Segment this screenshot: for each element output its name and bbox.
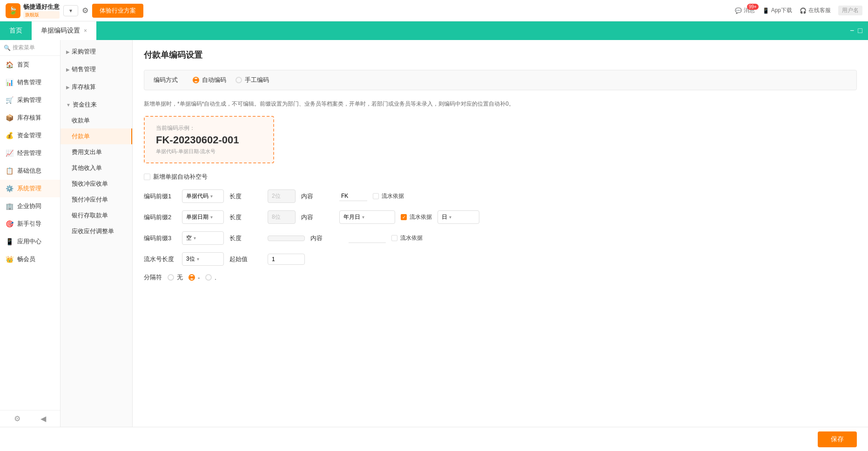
sub-group-sales-title[interactable]: ▶ 销售管理: [61, 61, 132, 77]
sidebar-item-purchase[interactable]: 🛒 采购管理: [0, 91, 60, 109]
content-area: 付款单编码设置 编码方式 自动编码 手工编码 新增单据时，*单据编码*自动生成，…: [133, 40, 868, 427]
sep-dot-label: .: [215, 274, 216, 281]
maximize-button[interactable]: □: [858, 27, 862, 35]
user-area[interactable]: 用户名: [838, 6, 862, 15]
sub-item-pre-receipt[interactable]: 预收冲应收单: [61, 176, 132, 192]
sub-item-adjustment[interactable]: 应收应付调整单: [61, 223, 132, 239]
trial-button[interactable]: 体验行业方案: [92, 4, 143, 18]
logo-icon: 🍃: [6, 3, 20, 18]
message-button[interactable]: 💬 消息 99+: [735, 7, 755, 14]
sub-sidebar: ▶ 采购管理 ▶ 销售管理 ▶ 库存核算 ▼ 资金往来 收款单 付款单 费用支出…: [61, 40, 133, 427]
sub-group-purchase-title[interactable]: ▶ 采购管理: [61, 44, 132, 60]
content2-select[interactable]: 年月日 ▾: [339, 210, 395, 224]
topbar: 🍃 畅捷通好生意 旗舰版 ▾ ⚙ 体验行业方案 💬 消息 99+ 📱 App下载…: [0, 0, 868, 21]
manual-code-radio[interactable]: 手工编码: [236, 76, 269, 84]
topbar-right: 💬 消息 99+ 📱 App下载 🎧 在线客服 用户名: [735, 6, 862, 15]
operations-icon: 📈: [6, 149, 13, 157]
sep-dot-radio[interactable]: .: [205, 274, 216, 281]
sidebar-item-stock[interactable]: 📦 库存核算: [0, 109, 60, 127]
manual-code-circle: [236, 77, 242, 83]
sub-purchase-label: 采购管理: [72, 47, 96, 56]
sub-item-bank[interactable]: 银行存取款单: [61, 208, 132, 223]
preview-label: 当前编码示例：: [156, 124, 262, 132]
sidebar-item-member[interactable]: 👑 畅会员: [0, 250, 60, 268]
user-name: 用户名: [838, 6, 862, 15]
sep-dash-label: -: [198, 274, 200, 281]
content1-input[interactable]: [339, 191, 367, 201]
app-download-button[interactable]: 📱 App下载: [762, 7, 792, 14]
tab-home[interactable]: 首页: [0, 21, 32, 40]
waterfall-period-select[interactable]: 日 ▾: [437, 210, 479, 224]
member-icon: 👑: [6, 256, 13, 263]
collapse-button[interactable]: ◀: [40, 414, 46, 423]
sidebar-item-sales[interactable]: 📊 销售管理: [0, 74, 60, 91]
sub-arrow-icon4: ▼: [66, 102, 71, 108]
sidebar-item-system[interactable]: ⚙️ 系统管理: [0, 180, 60, 197]
waterfall1-cb-box: [373, 193, 379, 199]
system-icon: ⚙️: [6, 185, 13, 192]
sub-item-receipt[interactable]: 收款单: [61, 113, 132, 128]
search-menu[interactable]: 🔍 搜索菜单: [0, 40, 60, 56]
prefix3-row: 编码前缀3 空 ▾ 长度 内容 流水依据: [144, 231, 857, 245]
sidebar-item-basics[interactable]: 📋 基础信息: [0, 162, 60, 180]
sep-none-circle: [168, 274, 174, 281]
sidebar-item-operations[interactable]: 📈 经营管理: [0, 144, 60, 162]
waterfall1-checkbox[interactable]: 流水依据: [373, 192, 404, 200]
sidebar: 🔍 搜索菜单 🏠 首页 📊 销售管理 🛒 采购管理 📦 库存核算 💰 资金管理 …: [0, 40, 61, 427]
tab-encoding-settings[interactable]: 单据编码设置 ×: [32, 21, 96, 40]
serial-length-arrow-icon: ▾: [197, 256, 199, 262]
prefix3-select[interactable]: 空 ▾: [182, 231, 224, 245]
auto-code-radio[interactable]: 自动编码: [193, 76, 226, 84]
sidebar-item-appcenter[interactable]: 📱 应用中心: [0, 233, 60, 250]
serial-length-select[interactable]: 3位 ▾: [182, 252, 224, 266]
info-text: 新增单据时，*单据编码*自动生成，不可编辑。前缀设置为部门、业务员等档案类，开单…: [144, 100, 857, 108]
service-label: 在线客服: [808, 7, 831, 14]
gear-button[interactable]: ⚙: [82, 6, 88, 15]
waterfall3-checkbox[interactable]: 流水依据: [391, 234, 423, 242]
tab-close-icon[interactable]: ×: [84, 27, 87, 34]
sidebar-item-finance[interactable]: 💰 资金管理: [0, 127, 60, 144]
sub-group-capital-title[interactable]: ▼ 资金往来: [61, 97, 132, 113]
sidebar-home-label: 首页: [17, 61, 29, 69]
sep-dash-radio[interactable]: -: [188, 274, 200, 281]
separator-row: 分隔符 无 - .: [144, 273, 857, 282]
sub-item-payment[interactable]: 付款单: [61, 128, 132, 144]
dropdown-arrow-icon: ▾: [69, 7, 72, 14]
sidebar-item-guide[interactable]: 🎯 新手引导: [0, 215, 60, 233]
auto-code-label: 自动编码: [202, 76, 226, 84]
prefix2-select[interactable]: 单据日期 ▾: [182, 210, 224, 224]
length3-label: 长度: [229, 234, 262, 242]
save-button[interactable]: 保存: [818, 431, 857, 447]
message-badge: 99+: [747, 4, 759, 10]
online-service-button[interactable]: 🎧 在线客服: [800, 7, 831, 14]
serial-length-value: 3位: [186, 255, 195, 263]
dropdown-button[interactable]: ▾: [63, 5, 78, 16]
encoding-method-label: 编码方式: [154, 76, 178, 84]
minimize-button[interactable]: −: [850, 27, 854, 35]
prefix1-arrow-icon: ▾: [210, 194, 213, 199]
content1-label: 内容: [301, 192, 334, 201]
content2-label: 内容: [301, 213, 334, 222]
sub-arrow-icon: ▶: [66, 49, 70, 54]
start-value-input[interactable]: 1: [268, 254, 305, 265]
sub-item-expense[interactable]: 费用支出单: [61, 144, 132, 160]
sidebar-enterprise-label: 企业协同: [17, 202, 41, 210]
sep-none-radio[interactable]: 无: [168, 273, 183, 282]
window-buttons: − □: [850, 27, 868, 35]
logo-area: 🍃 畅捷通好生意 旗舰版: [6, 3, 60, 19]
waterfall2-checkbox[interactable]: ✓ 流水依据: [401, 213, 432, 221]
sub-item-other-income[interactable]: 其他收入单: [61, 160, 132, 176]
purchase-icon: 🛒: [6, 96, 13, 104]
settings-bottom-button[interactable]: ⚙: [14, 414, 20, 423]
content3-input[interactable]: [349, 233, 386, 243]
auto-fill-row[interactable]: 新增单据自动补空号: [144, 173, 857, 181]
auto-fill-label: 新增单据自动补空号: [153, 173, 208, 181]
sub-group-stock-title[interactable]: ▶ 库存核算: [61, 79, 132, 95]
sidebar-item-home[interactable]: 🏠 首页: [0, 56, 60, 74]
auto-fill-checkbox[interactable]: [144, 174, 150, 180]
prefix1-select[interactable]: 单据代码 ▾: [182, 189, 224, 203]
length1-input: 2位: [268, 189, 296, 203]
prefix2-arrow-icon: ▾: [210, 215, 213, 220]
sub-item-pre-payment[interactable]: 预付冲应付单: [61, 192, 132, 208]
sidebar-item-enterprise[interactable]: 🏢 企业协同: [0, 197, 60, 215]
